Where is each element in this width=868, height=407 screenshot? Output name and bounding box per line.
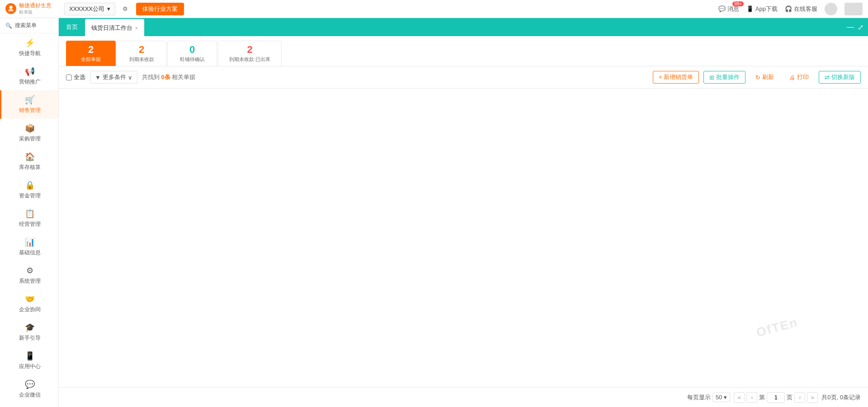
search-menu-label: 搜索菜单 (15, 22, 37, 29)
top-header: 畅捷通好生意 标准版 XXXXXX公司 ▾ ⚙ 体验行业方案 💬 消息 99+ … (0, 0, 868, 18)
sidebar-item-member[interactable]: 👑 畅会员 (0, 403, 58, 407)
company-name: XXXXXX公司 (69, 5, 104, 13)
stat-label-pending: 旺铺待确认 (180, 56, 205, 62)
tab-home[interactable]: 首页 (59, 18, 85, 36)
operations-icon: 📋 (25, 209, 35, 219)
filter-label: 更多条件 (103, 73, 126, 81)
tab-bar: 首页 钱货日清工作台 × — ⤢ (59, 18, 868, 36)
found-suffix: 相关单据 (172, 74, 195, 80)
app-download-button[interactable]: 📱 App下载 (746, 5, 778, 13)
sidebar-item-wechat[interactable]: 💬 企业微信 (0, 375, 58, 403)
last-page-button[interactable]: » (807, 392, 818, 403)
toolbar: 全选 ▼ 更多条件 ∨ 共找到 0条 相关单据 + 新增销货单 ⊞ 批量操作 ↻ (59, 66, 868, 89)
refresh-icon: ↻ (755, 74, 760, 81)
logo-area: 畅捷通好生意 标准版 (5, 2, 64, 15)
sidebar-item-finance[interactable]: 🔒 资金管理 (0, 176, 58, 204)
avatar[interactable] (825, 3, 837, 15)
tab-active[interactable]: 钱货日清工作台 × (85, 19, 144, 37)
sidebar-item-label: 营销推广 (19, 78, 41, 86)
stat-tab-pending[interactable]: 0 旺铺待确认 (167, 41, 217, 66)
prev-page-button[interactable]: ‹ (746, 392, 757, 403)
page-number-input[interactable] (767, 392, 785, 403)
new-sale-button[interactable]: + 新增销货单 (653, 71, 699, 84)
window-minimize-button[interactable]: — (847, 23, 854, 31)
search-icon: 🔍 (5, 23, 12, 29)
sidebar-item-enterprise[interactable]: 🤝 企业协同 (0, 290, 58, 318)
quick-nav-icon: ⚡ (25, 38, 35, 48)
found-prefix: 共找到 (142, 74, 160, 80)
sidebar-item-operations[interactable]: 📋 经营管理 (0, 204, 58, 233)
sidebar-item-purchase[interactable]: 📦 采购管理 (0, 119, 58, 147)
logo-text-area: 畅捷通好生意 标准版 (19, 2, 52, 15)
sidebar-item-sales[interactable]: 🛒 销售管理 (0, 90, 58, 119)
chevron-down-icon: ▾ (107, 5, 110, 12)
tab-label: 钱货日清工作台 (91, 24, 132, 32)
guide-icon: 🎓 (25, 323, 35, 332)
sidebar-item-label: 快捷导航 (19, 50, 41, 57)
stat-number-shipped: 2 (247, 45, 252, 55)
refresh-button[interactable]: ↻ 刷新 (750, 71, 779, 83)
main-layout: 🔍 搜索菜单 ⚡ 快捷导航 📢 营销推广 🛒 销售管理 📦 采购管理 🏠 库存核… (0, 18, 868, 407)
page-size-value: 50 (716, 394, 722, 401)
refresh-label: 刷新 (762, 73, 774, 81)
sidebar-item-marketing[interactable]: 📢 营销推广 (0, 62, 58, 90)
search-menu-item[interactable]: 🔍 搜索菜单 (0, 18, 58, 33)
found-count: 0条 (161, 74, 170, 80)
window-maximize-button[interactable]: ⤢ (858, 23, 863, 32)
company-selector[interactable]: XXXXXX公司 ▾ (64, 3, 115, 15)
svg-point-0 (9, 6, 13, 9)
logo-title: 畅捷通好生意 (19, 2, 52, 9)
service-icon: 🎧 (785, 5, 792, 12)
print-button[interactable]: 🖨 打印 (784, 71, 814, 83)
stat-number-all: 2 (88, 45, 94, 55)
stats-tabs: 2 全部单据 2 到期未收款 0 旺铺待确认 2 到期未收款 已出库 (59, 36, 868, 66)
message-button[interactable]: 💬 消息 99+ (718, 5, 739, 13)
next-page-button[interactable]: › (794, 392, 805, 403)
stat-tab-overdue[interactable]: 2 到期未收款 (117, 41, 166, 66)
select-down-icon: ▾ (724, 394, 727, 401)
stat-number-pending: 0 (189, 45, 195, 55)
total-info: 共0页, 0条记录 (821, 393, 861, 402)
print-label: 打印 (797, 73, 809, 81)
page-prefix: 第 (759, 393, 765, 402)
message-badge: 99+ (732, 1, 744, 6)
inventory-icon: 🏠 (25, 152, 35, 162)
pagination: 每页显示 50 ▾ « ‹ 第 页 › » 共0页, 0条记录 (59, 387, 868, 407)
tab-close-icon[interactable]: × (135, 25, 138, 31)
user-menu[interactable] (844, 3, 863, 15)
sidebar: 🔍 搜索菜单 ⚡ 快捷导航 📢 营销推广 🛒 销售管理 📦 采购管理 🏠 库存核… (0, 18, 59, 407)
app-download-label: App下载 (755, 5, 778, 13)
purchase-icon: 📦 (25, 123, 35, 133)
sidebar-item-quick-nav[interactable]: ⚡ 快捷导航 (0, 33, 58, 62)
sidebar-item-guide[interactable]: 🎓 新手引导 (0, 318, 58, 346)
marketing-icon: 📢 (25, 66, 35, 76)
first-page-button[interactable]: « (734, 392, 745, 403)
basic-info-icon: 📊 (25, 237, 35, 247)
switch-version-button[interactable]: ⇄ 切换新版 (819, 71, 861, 84)
trial-button[interactable]: 体验行业方案 (136, 3, 184, 15)
page-size-select-box[interactable]: 50 ▾ (712, 393, 730, 402)
sidebar-item-inventory[interactable]: 🏠 库存核算 (0, 147, 58, 176)
batch-operation-button[interactable]: ⊞ 批量操作 (703, 71, 745, 84)
switch-label: 切换新版 (831, 73, 855, 81)
select-all-checkbox[interactable]: 全选 (66, 73, 85, 81)
chevron-icon: ∨ (128, 74, 132, 81)
select-all-label: 全选 (74, 73, 85, 81)
settings-button[interactable]: ⚙ (119, 3, 132, 15)
finance-icon: 🔒 (25, 180, 35, 190)
tab-controls: — ⤢ (847, 23, 868, 32)
online-service-button[interactable]: 🎧 在线客服 (785, 5, 817, 13)
stat-tab-all[interactable]: 2 全部单据 (66, 41, 116, 66)
sidebar-item-system[interactable]: ⚙ 系统管理 (0, 261, 58, 290)
wechat-icon: 💬 (25, 379, 35, 389)
sidebar-item-apps[interactable]: 📱 应用中心 (0, 346, 58, 375)
batch-label: 批量操作 (716, 73, 740, 81)
found-text: 共找到 0条 相关单据 (142, 73, 195, 81)
sidebar-item-label: 应用中心 (19, 363, 41, 370)
enterprise-icon: 🤝 (25, 294, 35, 304)
select-all-input[interactable] (66, 75, 72, 80)
sidebar-item-basic-info[interactable]: 📊 基础信息 (0, 233, 58, 261)
sales-icon: 🛒 (25, 95, 35, 105)
more-filter-button[interactable]: ▼ 更多条件 ∨ (90, 71, 137, 84)
stat-tab-shipped[interactable]: 2 到期未收款 已出库 (218, 41, 282, 66)
